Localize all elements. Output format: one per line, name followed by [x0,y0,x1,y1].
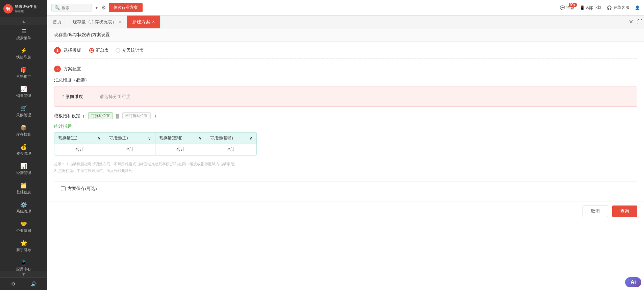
search-input[interactable] [61,5,89,10]
dimension-placeholder: 请选择分组维度 [100,94,130,99]
indicator-label-prefix: 模板指标设定（ [54,113,85,119]
tip-item-1: 2. 点击标题栏下拉可设置排序、插入列和删除列 [54,168,637,174]
sidebar-item-system[interactable]: ⚙️ 系统管理 [0,198,47,217]
sidebar-item-inventory-label: 库存核算 [16,132,31,137]
main-area: 🔍 ▼ ⚙ 体验行业方案 💬 消息 99+ 📱 App下载 🎧 在线客服 👤 [47,0,644,290]
ai-label: Ai [630,279,636,285]
guide-icon: 🌟 [20,240,27,246]
summary-dimension-label: 汇总维度（必选） [54,77,637,83]
online-service-button[interactable]: 🎧 在线客服 [607,5,629,10]
stats-body-cell-0-2: 合计 [155,144,206,155]
radio-cross[interactable]: 交叉统计表 [116,47,144,53]
draggable-badge: 可拖动位置 [88,112,113,119]
sidebar-item-sales[interactable]: 📈 销售管理 [0,82,47,102]
save-checkbox[interactable] [61,186,66,191]
sidebar-item-app-center[interactable]: 📱 应用中心 [0,256,47,271]
online-service-label: 在线客服 [613,5,629,10]
sidebar-bottom: ⚙ 🔊 [0,277,47,290]
tab-new-plan-label: 新建方案 [132,19,150,25]
sidebar-item-collab[interactable]: 🤝 企业协同 [0,217,47,237]
radio-cross-label: 交叉统计表 [122,47,144,53]
tab-new-plan[interactable]: 新建方案 ✕ [127,16,160,28]
stats-header-dropdown-0[interactable]: ∨ [98,136,101,141]
stats-header-dropdown-2[interactable]: ∨ [199,136,202,141]
close-window-button[interactable]: ✕ [627,18,635,26]
tab-inventory-close[interactable]: ✕ [119,20,121,24]
sidebar-item-quicknav[interactable]: ⚡ 快捷导航 [0,44,47,63]
step2-section: 2 方案配置 汇总维度（必选） * 纵向维度 —— 请选择分组维度 [54,66,637,174]
radio-cross-circle [116,48,120,53]
search-icon: 🔍 [54,5,60,10]
purchase-icon: 🛒 [20,105,27,112]
tab-new-plan-close[interactable]: ✕ [152,20,155,24]
tab-bar: 首页 现存量（库存状况表） ✕ 新建方案 ✕ ✕ ⛶ [47,16,644,28]
sidebar-item-sales-label: 销售管理 [16,93,31,98]
user-profile[interactable]: 👤 [635,5,640,10]
query-button[interactable]: 查询 [612,206,637,217]
sidebar-item-marketing-label: 营销推广 [16,74,31,79]
sidebar-scroll-down[interactable]: ▼ [0,271,47,277]
sidebar-item-basic-info-label: 基础信息 [16,190,31,195]
radio-summary[interactable]: 汇总表 [89,47,109,53]
tab-inventory[interactable]: 现存量（库存状况表） ✕ [67,16,127,28]
tab-home-label: 首页 [53,19,61,25]
user-avatar: 👤 [635,5,640,10]
message-button[interactable]: 💬 消息 99+ [560,5,574,10]
expand-window-button[interactable]: ⛶ [636,18,644,26]
ai-badge[interactable]: Ai [625,277,641,287]
collab-icon: 🤝 [20,221,27,227]
volume-icon[interactable]: 🔊 [31,281,36,287]
sidebar-item-basic-info[interactable]: 🗂️ 基础信息 [0,179,47,198]
stats-header-cell-2[interactable]: 现存量(基辅) ∨ [155,132,206,144]
step2-header: 2 方案配置 [54,66,637,72]
stats-header-dropdown-3[interactable]: ∨ [249,136,252,141]
sidebar-item-finance[interactable]: 💰 资金管理 [0,140,47,160]
sidebar-item-purchase-label: 采购管理 [16,113,31,118]
tab-inventory-label: 现存量（库存状况表） [73,19,117,25]
gear-button[interactable]: ⚙ [101,4,106,11]
search-menu-icon: ☰ [21,28,26,34]
dropdown-button[interactable]: ▼ [95,5,99,10]
tab-home[interactable]: 首页 [47,16,67,28]
app-name: 畅康通好生意 [15,4,37,9]
dimension-required-mark: * 纵向维度 —— 请选择分组维度 [63,94,130,99]
stats-header-cell-3[interactable]: 可用量(基辅) ∨ [206,132,257,144]
sidebar-item-guide[interactable]: 🌟 新手引导 [0,237,47,256]
sidebar-item-operations[interactable]: 📊 经营管理 [0,160,47,179]
step2-title: 方案配置 [64,66,81,72]
top-bar-right: 💬 消息 99+ 📱 App下载 🎧 在线客服 👤 [560,5,640,10]
top-bar: 🔍 ▼ ⚙ 体验行业方案 💬 消息 99+ 📱 App下载 🎧 在线客服 👤 [47,0,644,16]
non-draggable-badge: 不可拖动位置 [122,112,151,119]
radio-summary-label: 汇总表 [96,47,109,53]
app-logo-icon: 畅 [3,4,13,14]
step1-title: 选择模板 [64,47,81,53]
sidebar-item-collab-label: 企业协同 [16,228,31,233]
sidebar-item-inventory[interactable]: 📦 库存核算 [0,121,47,140]
inventory-icon: 📦 [20,124,27,131]
trial-button[interactable]: 体验行业方案 [109,3,143,12]
app-center-icon: 📱 [20,259,27,266]
stats-header-cell-1[interactable]: 可用量(主) ∨ [105,132,156,144]
app-download-button[interactable]: 📱 App下载 [580,5,601,10]
sidebar-item-quicknav-label: 快捷导航 [16,55,31,60]
dimension-name: 纵向维度 [66,94,83,99]
cancel-button[interactable]: 取消 [583,206,608,217]
top-bar-left: 🔍 ▼ ⚙ 体验行业方案 [51,3,556,12]
phone-icon: 📱 [580,5,585,10]
sidebar-item-guide-label: 新手引导 [16,247,31,252]
sidebar-logo: 畅 畅康通好生意 标准版 [0,0,47,18]
sidebar-item-operations-label: 经营管理 [16,170,31,175]
indicator-settings-label: 模板指标设定（ 可拖动位置 ▓ 不可拖动位置 ） [54,112,637,119]
stats-header-cell-0[interactable]: 现存量(主) ∨ [54,132,105,144]
stats-header-label-1: 可用量(主) [109,135,128,141]
sidebar-scroll-up[interactable]: ▲ [0,18,47,25]
step1-divider [54,58,637,59]
settings-icon[interactable]: ⚙ [11,281,16,287]
sidebar-item-search[interactable]: ☰ 搜索菜单 [0,25,47,44]
sidebar-item-search-label: 搜索菜单 [16,35,31,41]
sidebar-item-purchase[interactable]: 🛒 采购管理 [0,102,47,121]
sidebar-item-marketing[interactable]: 🎁 营销推广 [0,63,47,82]
marketing-icon: 🎁 [20,67,27,73]
stats-header-dropdown-1[interactable]: ∨ [148,136,151,141]
indicator-label-suffix: ） [154,113,158,119]
